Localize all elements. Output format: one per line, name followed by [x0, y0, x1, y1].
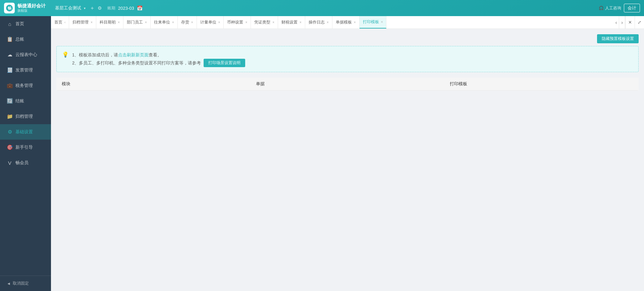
- period-label: 账期: [107, 5, 115, 11]
- page-content: 隐藏预置模板设置 💡 1、模板添加成功后，请点击刷新新页面查看。 2、多员工、多…: [51, 29, 644, 291]
- print-setup-button[interactable]: 打印场景设置说明: [204, 59, 245, 67]
- tab-op_log[interactable]: 操作日志×: [305, 16, 332, 29]
- info-line-2: 2、多员工、多打印机、多种业务类型设置不同打印方案等，请参考 打印场景设置说明: [72, 59, 633, 67]
- tab-actions: ‹ › ✕ ⤢: [613, 16, 644, 29]
- sidebar-item-reports[interactable]: ☁云报表中心: [0, 47, 51, 62]
- table-header-row: 模块单据打印模板: [56, 78, 639, 91]
- sidebar-item-basic[interactable]: ⚙基础设置: [0, 124, 51, 140]
- tab-label-voucher_type: 凭证类型: [254, 19, 270, 25]
- support-button[interactable]: 🎧 人工咨询: [599, 5, 621, 11]
- tab-customers[interactable]: 往来单位×: [151, 16, 178, 29]
- top-bar-right: 🎧 人工咨询 会计: [599, 4, 640, 12]
- sidebar-label-member: 畅会员: [15, 160, 29, 166]
- tab-close-currency[interactable]: ×: [245, 21, 247, 24]
- company-dropdown-icon[interactable]: ▾: [84, 6, 86, 10]
- content-area: 首页‹归档管理×科目期初×部门员工×往来单位×存货×计量单位×币种设置×凭证类型…: [51, 16, 644, 291]
- sidebar-icon-archive: 📁: [7, 113, 13, 119]
- calendar-icon[interactable]: 📅: [137, 5, 143, 11]
- bulb-icon: 💡: [62, 51, 69, 58]
- tab-nav-arrow-home[interactable]: ‹: [64, 21, 65, 24]
- period-value: 2023-03: [118, 6, 134, 11]
- sidebar-label-guide: 新手引导: [15, 144, 33, 150]
- table-col-1: 单据: [251, 78, 445, 91]
- tab-voucher_type[interactable]: 凭证类型×: [251, 16, 278, 29]
- tab-label-subject_period: 科目期初: [100, 19, 116, 25]
- tab-label-print_template: 打印模板: [363, 19, 379, 25]
- sidebar: ⌂首页📋总账☁云报表中心🧾发票管理💼税务管理🔄结账📁归档管理⚙基础设置🎯新手引导…: [0, 16, 51, 291]
- tab-close-single_template[interactable]: ×: [354, 21, 356, 24]
- tab-unit[interactable]: 计量单位×: [197, 16, 224, 29]
- sidebar-item-ledger[interactable]: 📋总账: [0, 32, 51, 47]
- tab-close-customers[interactable]: ×: [172, 21, 174, 24]
- tab-close-voucher_type[interactable]: ×: [272, 21, 274, 24]
- info-line2-text: 2、多员工、多打印机、多种业务类型设置不同打印方案等，请参考: [72, 60, 201, 66]
- tab-currency[interactable]: 币种设置×: [224, 16, 251, 29]
- tab-label-customers: 往来单位: [154, 19, 170, 25]
- sidebar-item-home[interactable]: ⌂首页: [0, 16, 51, 32]
- sidebar-icon-basic: ⚙: [7, 129, 13, 135]
- sidebar-item-invoice[interactable]: 🧾发票管理: [0, 62, 51, 78]
- info-banner: 💡 1、模板添加成功后，请点击刷新新页面查看。 2、多员工、多打印机、多种业务类…: [56, 46, 639, 72]
- refresh-link[interactable]: 点击刷新新页面: [118, 52, 149, 57]
- sidebar-icon-invoice: 🧾: [7, 67, 13, 73]
- tab-close-print_template[interactable]: ×: [381, 20, 383, 24]
- sidebar-item-member[interactable]: V畅会员: [0, 155, 51, 171]
- tab-close-subject_period[interactable]: ×: [118, 21, 120, 24]
- kuaiji-button[interactable]: 会计: [624, 4, 640, 12]
- tab-close-tax_settings[interactable]: ×: [300, 21, 302, 24]
- add-tab-icon[interactable]: ＋: [90, 5, 95, 12]
- sidebar-icon-ledger: 📋: [7, 36, 13, 42]
- tab-single_template[interactable]: 单据模板×: [332, 16, 360, 29]
- sidebar-item-guide[interactable]: 🎯新手引导: [0, 140, 51, 155]
- table-col-0: 模块: [56, 78, 251, 91]
- tab-next-button[interactable]: ›: [619, 16, 625, 29]
- hide-preview-button[interactable]: 隐藏预置模板设置: [597, 34, 639, 43]
- info-line1-part1: 1、模板添加成功后，请: [72, 52, 118, 57]
- tab-prev-button[interactable]: ‹: [613, 16, 620, 29]
- tab-home[interactable]: 首页‹: [51, 16, 69, 29]
- tab-close-archive_mgmt[interactable]: ×: [91, 21, 93, 24]
- sidebar-icon-settle: 🔄: [7, 98, 13, 104]
- sidebar-unpin-button[interactable]: ◄ 取消固定: [0, 276, 51, 291]
- table-col-2: 打印模板: [444, 78, 639, 91]
- tab-expand-button[interactable]: ⤢: [635, 16, 644, 29]
- tab-label-tax_settings: 财税设置: [281, 19, 298, 25]
- sidebar-item-tax[interactable]: 💼税务管理: [0, 78, 51, 93]
- logo-subtitle: 旗舰版: [17, 8, 46, 13]
- sidebar-item-archive[interactable]: 📁归档管理: [0, 109, 51, 124]
- tab-archive_mgmt[interactable]: 归档管理×: [69, 16, 96, 29]
- logo-area: 畅 畅捷通好会计 旗舰版: [4, 3, 55, 13]
- tab-inventory[interactable]: 存货×: [178, 16, 197, 29]
- sidebar-icon-tax: 💼: [7, 83, 13, 89]
- tab-close-op_log[interactable]: ×: [327, 21, 329, 24]
- tab-dept_staff[interactable]: 部门员工×: [123, 16, 151, 29]
- tab-label-currency: 币种设置: [227, 19, 243, 25]
- sidebar-icon-guide: 🎯: [7, 144, 13, 150]
- tab-label-inventory: 存货: [181, 19, 189, 25]
- tab-label-home: 首页: [54, 19, 62, 25]
- tab-close-all-button[interactable]: ✕: [625, 16, 635, 29]
- info-text-block: 1、模板添加成功后，请点击刷新新页面查看。 2、多员工、多打印机、多种业务类型设…: [72, 51, 633, 67]
- company-name[interactable]: 基层工会测试: [55, 5, 81, 11]
- tab-print_template[interactable]: 打印模板×: [360, 16, 387, 29]
- sidebar-label-basic: 基础设置: [15, 129, 33, 135]
- tab-close-inventory[interactable]: ×: [191, 21, 193, 24]
- settings-icon[interactable]: ⚙: [98, 5, 102, 11]
- sidebar-label-archive: 归档管理: [15, 113, 33, 119]
- logo-title: 畅捷通好会计: [17, 3, 46, 9]
- sidebar-icon-member: V: [7, 160, 13, 166]
- print-template-table: 模块单据打印模板: [56, 78, 639, 91]
- tab-label-unit: 计量单位: [200, 19, 216, 25]
- support-label: 人工咨询: [605, 5, 621, 11]
- tab-subject_period[interactable]: 科目期初×: [96, 16, 123, 29]
- unpin-label: 取消固定: [13, 281, 29, 286]
- tab-label-dept_staff: 部门员工: [127, 19, 143, 25]
- tab-close-unit[interactable]: ×: [218, 21, 220, 24]
- top-bar-middle: 基层工会测试 ▾ ＋ ⚙ 账期 2023-03 📅: [55, 5, 599, 12]
- tab-close-dept_staff[interactable]: ×: [145, 21, 147, 24]
- tab-label-single_template: 单据模板: [336, 19, 352, 25]
- tab-tax_settings[interactable]: 财税设置×: [278, 16, 305, 29]
- sidebar-item-settle[interactable]: 🔄结账: [0, 93, 51, 109]
- tab-label-op_log: 操作日志: [309, 19, 325, 25]
- page-actions: 隐藏预置模板设置: [56, 34, 639, 43]
